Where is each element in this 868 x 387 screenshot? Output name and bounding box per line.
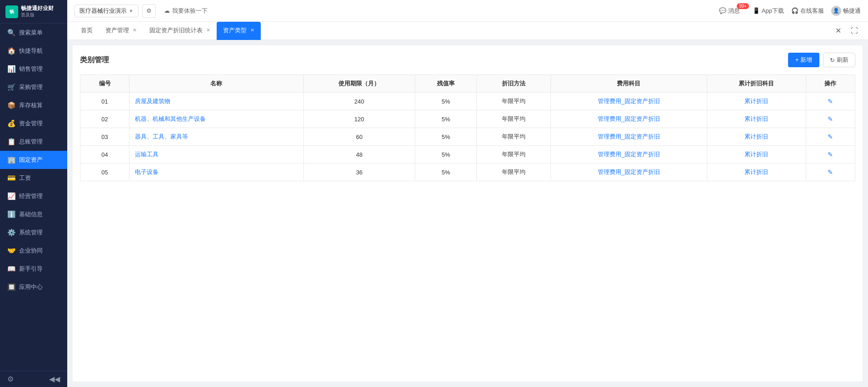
accum-link[interactable]: 累计折旧	[744, 169, 768, 175]
tab-depreciation-close[interactable]: ✕	[206, 27, 210, 33]
name-link[interactable]: 电子设备	[135, 169, 159, 175]
settings-icon[interactable]: ⚙	[7, 375, 14, 383]
online-service-button[interactable]: 🎧 在线客服	[791, 7, 824, 15]
cell-name: 机器、机械和其他生产设备	[129, 110, 303, 128]
cell-residual: 5%	[415, 93, 477, 110]
sidebar-label-guide: 新手引导	[19, 265, 43, 273]
category-table: 编号 名称 使用期限（月） 残值率 折旧方法 费用科目 累计折旧科目 操作 01…	[80, 74, 855, 181]
sidebar-item-inventory[interactable]: 📦 库存核算	[0, 96, 67, 114]
expense-link[interactable]: 管理费用_固定资产折旧	[598, 169, 660, 175]
cloud-icon: ☁	[164, 7, 170, 14]
name-link[interactable]: 运输工具	[135, 151, 159, 158]
app-name: 畅捷通好业财	[21, 5, 54, 11]
user-menu-button[interactable]: 👤 畅捷通	[831, 6, 861, 16]
edit-icon[interactable]: ✎	[828, 169, 833, 176]
sidebar-item-app-center[interactable]: 🔲 应用中心	[0, 278, 67, 296]
topbar: 医疗器械行业演示 ▼ ⚙ ☁ 我要体验一下 💬 消息 99+ 📱 App下载	[67, 0, 868, 22]
industry-name: 医疗器械行业演示	[79, 7, 127, 15]
logo-icon: 畅	[5, 5, 18, 18]
table-row: 03 器具、工具、家具等 60 5% 年限平均 管理费用_固定资产折旧 累计折旧…	[80, 128, 855, 146]
sidebar-label-app-center: 应用中心	[19, 283, 43, 291]
sidebar-item-capital[interactable]: 💰 资金管理	[0, 114, 67, 133]
app-center-icon: 🔲	[7, 283, 15, 291]
cell-action: ✎	[806, 128, 855, 146]
col-header-name: 名称	[129, 75, 303, 93]
tab-depreciation-table[interactable]: 固定资产折旧统计表 ✕	[143, 22, 217, 40]
cell-method: 年限平均	[476, 164, 551, 181]
page-content: 类别管理 + 新增 ↻ 刷新 编号 名称 使用期限（月） 残值率 折旧方法 费用…	[73, 45, 863, 382]
tab-asset-type-close[interactable]: ✕	[250, 27, 254, 33]
sidebar-item-fixed-assets[interactable]: 🏢 固定资产	[0, 151, 67, 169]
sidebar-item-basic-info[interactable]: ℹ️ 基础信息	[0, 205, 67, 223]
table-row: 02 机器、机械和其他生产设备 120 5% 年限平均 管理费用_固定资产折旧 …	[80, 110, 855, 128]
ledger-icon: 📋	[7, 138, 15, 146]
edit-icon[interactable]: ✎	[828, 98, 833, 105]
tab-asset-mgmt-close[interactable]: ✕	[133, 27, 137, 33]
sidebar-item-purchase[interactable]: 🛒 采购管理	[0, 78, 67, 96]
sidebar-item-cooperation[interactable]: 🤝 企业协同	[0, 242, 67, 260]
refresh-button[interactable]: ↻ 刷新	[823, 53, 855, 67]
sidebar-item-sales[interactable]: 📊 销售管理	[0, 60, 67, 78]
message-button[interactable]: 💬 消息 99+	[719, 7, 740, 15]
tabbar-actions: ✕ ⛶	[832, 25, 861, 37]
edit-icon[interactable]: ✎	[828, 151, 833, 158]
close-tab-btn[interactable]: ✕	[832, 25, 844, 37]
topbar-settings-button[interactable]: ⚙	[142, 4, 156, 18]
cell-accum: 累计折旧	[707, 164, 806, 181]
sidebar-item-guide[interactable]: 📖 新手引导	[0, 260, 67, 278]
sidebar-item-system[interactable]: ⚙️ 系统管理	[0, 223, 67, 242]
online-service-label: 在线客服	[800, 7, 824, 15]
chevron-down-icon: ▼	[129, 8, 134, 14]
cell-expense: 管理费用_固定资产折旧	[551, 93, 707, 110]
page-header: 类别管理 + 新增 ↻ 刷新	[80, 53, 855, 67]
expense-link[interactable]: 管理费用_固定资产折旧	[598, 133, 660, 140]
name-link[interactable]: 机器、机械和其他生产设备	[135, 115, 206, 122]
edit-icon[interactable]: ✎	[828, 133, 833, 140]
collapse-icon[interactable]: ◀◀	[49, 375, 60, 383]
accum-link[interactable]: 累计折旧	[744, 115, 768, 122]
name-link[interactable]: 器具、工具、家具等	[135, 133, 188, 140]
sidebar-label-payroll: 工资	[19, 174, 31, 182]
experience-button[interactable]: ☁ 我要体验一下	[159, 5, 212, 17]
cell-method: 年限平均	[476, 146, 551, 164]
refresh-icon: ↻	[830, 57, 835, 64]
industry-selector[interactable]: 医疗器械行业演示 ▼	[74, 5, 139, 17]
building-icon: 🏢	[7, 156, 15, 164]
info-icon: ℹ️	[7, 210, 15, 218]
tab-asset-type[interactable]: 资产类型 ✕	[217, 22, 261, 40]
sidebar-label-quick-nav: 快捷导航	[19, 47, 43, 55]
cell-period: 60	[303, 128, 415, 146]
cell-expense: 管理费用_固定资产折旧	[551, 128, 707, 146]
tab-asset-mgmt[interactable]: 资产管理 ✕	[99, 22, 143, 40]
system-icon: ⚙️	[7, 228, 15, 237]
expense-link[interactable]: 管理费用_固定资产折旧	[598, 151, 660, 158]
gear-icon: ⚙	[146, 7, 152, 14]
expense-link[interactable]: 管理费用_固定资产折旧	[598, 115, 660, 122]
edit-icon[interactable]: ✎	[828, 115, 833, 123]
cell-residual: 5%	[415, 164, 477, 181]
new-button[interactable]: + 新增	[788, 53, 819, 67]
sidebar-item-quick-nav[interactable]: 🏠 快捷导航	[0, 42, 67, 60]
accum-link[interactable]: 累计折旧	[744, 133, 768, 140]
cell-period: 36	[303, 164, 415, 181]
table-row: 01 房屋及建筑物 240 5% 年限平均 管理费用_固定资产折旧 累计折旧 ✎	[80, 93, 855, 110]
search-icon: 🔍	[7, 29, 15, 37]
sidebar-label-purchase: 采购管理	[19, 83, 43, 91]
expand-tab-btn[interactable]: ⛶	[848, 25, 861, 37]
sidebar-label-sales: 销售管理	[19, 65, 43, 73]
accum-link[interactable]: 累计折旧	[744, 98, 768, 104]
sidebar-item-search[interactable]: 🔍 搜索菜单	[0, 24, 67, 42]
sidebar-item-payroll[interactable]: 💳 工资	[0, 169, 67, 187]
sidebar-item-operations[interactable]: 📈 经营管理	[0, 187, 67, 205]
app-version: 普及版	[21, 12, 54, 18]
table-row: 05 电子设备 36 5% 年限平均 管理费用_固定资产折旧 累计折旧 ✎	[80, 164, 855, 181]
sidebar-label-system: 系统管理	[19, 228, 43, 237]
sidebar-item-ledger[interactable]: 📋 总账管理	[0, 133, 67, 151]
name-link[interactable]: 房屋及建筑物	[135, 98, 170, 104]
headset-icon: 🎧	[791, 7, 799, 14]
tab-home[interactable]: 首页	[74, 22, 99, 40]
cell-expense: 管理费用_固定资产折旧	[551, 146, 707, 164]
accum-link[interactable]: 累计折旧	[744, 151, 768, 158]
expense-link[interactable]: 管理费用_固定资产折旧	[598, 98, 660, 104]
app-download-button[interactable]: 📱 App下载	[753, 7, 784, 15]
